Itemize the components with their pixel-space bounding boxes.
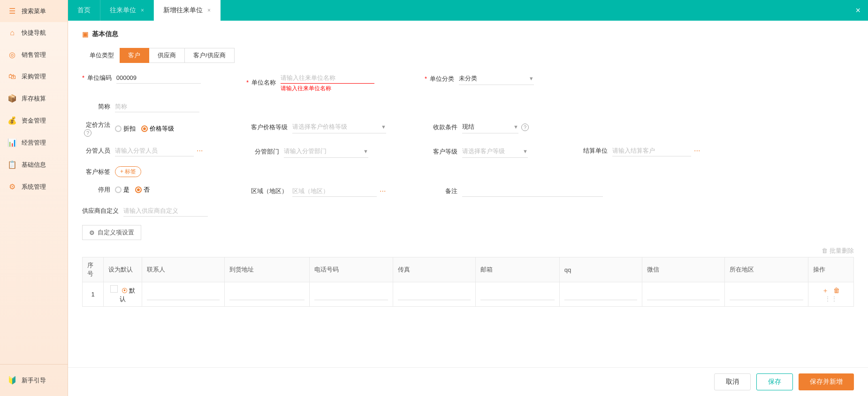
row-delete-icon[interactable]: 🗑	[833, 287, 840, 294]
row-phone[interactable]	[309, 282, 393, 307]
wechat-input[interactable]	[647, 289, 720, 300]
row-wechat[interactable]	[642, 282, 724, 307]
disabled-radio-yes[interactable]: 是	[115, 186, 129, 194]
sidebar-item-operations[interactable]: 📊 经营管理	[0, 132, 68, 154]
tab-new-contact[interactable]: 新增往来单位 ×	[154, 0, 221, 21]
unit-category-label: * 单位分类	[425, 75, 459, 83]
sidebar-item-system[interactable]: ⚙ 系统管理	[0, 176, 68, 198]
form-group-pricing: 定价方法 ? 折扣 价格等级	[82, 121, 251, 137]
save-new-button[interactable]: 保存并新增	[799, 373, 854, 390]
row-fax[interactable]	[393, 282, 476, 307]
unit-category-select[interactable]: 未分类 ▼	[459, 72, 534, 85]
notes-label: 备注	[429, 187, 462, 195]
form-row-1: * 单位编码 * 单位名称 请输入往来单位名称 * 单位分类	[82, 72, 854, 93]
customer-price-select[interactable]: 请选择客户价格等级 ▼	[292, 121, 386, 133]
unit-code-input[interactable]	[116, 72, 201, 84]
disabled-yes-label: 是	[123, 186, 129, 194]
sidebar-item-sales[interactable]: ◎ 销售管理	[0, 44, 68, 66]
form-group-shortname: 简称	[82, 101, 246, 112]
short-name-input[interactable]	[115, 101, 199, 112]
phone-input[interactable]	[314, 289, 388, 300]
form-group-department: 分管部门 请输入分管部门 ▼	[251, 145, 429, 158]
row-qq[interactable]	[559, 282, 642, 307]
notes-input[interactable]	[462, 186, 603, 197]
operations-icon: 📊	[8, 138, 17, 147]
section-icon: ▣	[82, 31, 88, 38]
customer-level-label: 客户等级	[429, 148, 462, 156]
customer-level-placeholder: 请选择客户等级	[462, 147, 505, 155]
row-region[interactable]	[724, 282, 808, 307]
disabled-no-label: 否	[144, 186, 150, 194]
sidebar-item-basic-info[interactable]: 📋 基础信息	[0, 154, 68, 176]
tab-new-contact-close[interactable]: ×	[207, 7, 211, 14]
sidebar-item-finance[interactable]: 💰 资金管理	[0, 109, 68, 132]
custom-settings-button[interactable]: ⚙ 自定义项设置	[82, 225, 141, 240]
disabled-radio-no[interactable]: 否	[135, 186, 150, 194]
address-input[interactable]	[229, 289, 305, 300]
row-checkbox[interactable]	[110, 285, 118, 293]
supplier-custom-label: 供应商自定义	[82, 207, 123, 215]
form-group-manager: 分管人员 ···	[82, 145, 251, 156]
sidebar-item-purchase[interactable]: 🛍 采购管理	[0, 66, 68, 87]
type-btn-customer[interactable]: 客户	[120, 48, 149, 63]
supplier-custom-input[interactable]	[123, 205, 208, 217]
row-add-icon[interactable]: ＋	[822, 287, 829, 294]
payment-help-icon[interactable]: ?	[521, 124, 529, 131]
row-address[interactable]	[224, 282, 309, 307]
sidebar-item-guide[interactable]: 🔰 新手引导	[0, 369, 68, 391]
col-contact: 联系人	[142, 257, 224, 282]
sidebar-item-quick-nav[interactable]: ⌂ 快捷导航	[0, 22, 68, 44]
sidebar-item-inventory[interactable]: 📦 库存核算	[0, 87, 68, 109]
tab-contacts[interactable]: 往来单位 ×	[100, 0, 154, 21]
fax-input[interactable]	[398, 289, 471, 300]
manager-more-btn[interactable]: ···	[197, 147, 203, 155]
sidebar-item-label: 基础信息	[22, 161, 46, 169]
pricing-radio-group: 折扣 价格等级	[115, 124, 174, 133]
col-phone: 电话号码	[309, 257, 393, 282]
form-row-pricing: 定价方法 ? 折扣 价格等级 客户价格	[82, 121, 854, 137]
form-group-payment-terms: 收款条件 现结 ▼ ?	[429, 121, 579, 133]
pricing-help-icon[interactable]: ?	[84, 129, 91, 137]
pricing-radio-discount[interactable]: 折扣	[115, 124, 136, 133]
add-tag-button[interactable]: + 标签	[115, 166, 141, 177]
type-btn-both[interactable]: 客户/供应商	[185, 48, 235, 63]
tab-new-contact-label: 新增往来单位	[163, 6, 203, 15]
pricing-radio-level[interactable]: 价格等级	[141, 124, 174, 133]
email-input[interactable]	[480, 289, 554, 300]
region-label: 区域（地区）	[251, 187, 292, 195]
row-id: 1	[83, 282, 104, 307]
col-id: 序号	[83, 257, 104, 282]
department-select[interactable]: 请输入分管部门 ▼	[284, 145, 368, 158]
manager-input[interactable]	[115, 145, 194, 156]
tab-home[interactable]: 首页	[68, 0, 100, 21]
row-contact[interactable]	[142, 282, 224, 307]
region-row-input[interactable]	[730, 289, 803, 300]
customer-price-label: 客户价格等级	[251, 123, 292, 132]
contact-input[interactable]	[147, 289, 220, 300]
region-input[interactable]	[292, 186, 377, 197]
tags-label: 客户标签	[82, 168, 115, 176]
col-region: 所在地区	[724, 257, 808, 282]
row-drag-icon[interactable]: ⋮⋮	[824, 295, 838, 303]
unit-name-input[interactable]	[281, 72, 374, 84]
region-more-btn[interactable]: ···	[380, 187, 386, 195]
sidebar-item-label: 经营管理	[22, 139, 46, 147]
cancel-button[interactable]: 取消	[714, 373, 751, 390]
window-close-button[interactable]: ×	[848, 6, 868, 16]
save-button[interactable]: 保存	[756, 373, 793, 390]
qq-input[interactable]	[564, 289, 637, 300]
payment-terms-select[interactable]: 现结 ▼	[462, 121, 518, 133]
custom-settings-label: 自定义项设置	[98, 228, 134, 237]
form-row-manager: 分管人员 ··· 分管部门 请输入分管部门 ▼ 客户等级 请选择客户等级 ▼ 结…	[82, 145, 854, 158]
search-menu-icon: ☰	[8, 7, 17, 16]
tab-contacts-close[interactable]: ×	[141, 7, 144, 14]
sidebar-item-search[interactable]: ☰ 搜索菜单	[0, 0, 68, 22]
form-row-tags: 客户标签 + 标签	[82, 166, 854, 177]
settlement-more-btn[interactable]: ···	[694, 147, 700, 155]
row-email[interactable]	[476, 282, 559, 307]
batch-delete-button[interactable]: 🗑 批量删除	[82, 247, 854, 255]
customer-level-select[interactable]: 请选择客户等级 ▼	[462, 145, 528, 158]
type-btn-supplier[interactable]: 供应商	[149, 48, 185, 63]
settlement-input[interactable]	[612, 145, 691, 156]
col-default: 设为默认	[104, 257, 142, 282]
